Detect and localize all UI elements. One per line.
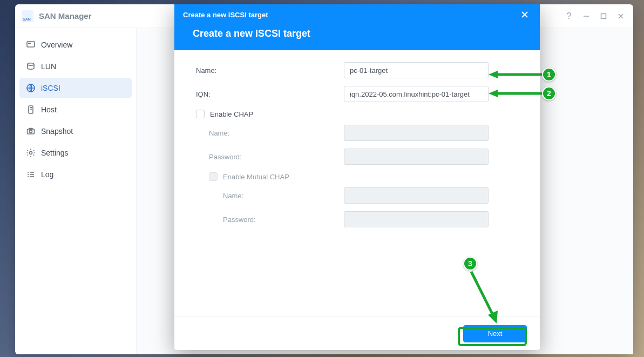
next-button[interactable]: Next [463,325,527,342]
window-controls: ? [564,11,626,21]
sidebar-item-label: Log [41,170,53,179]
sidebar-item-iscsi[interactable]: iSCSI [19,78,132,98]
dialog-topbar: Create a new iSCSI target [174,4,540,25]
chap-name-row: Name: [196,125,518,141]
chap-password-label: Password: [196,153,344,161]
dialog-title: Create a new iSCSI target [193,28,521,39]
close-button[interactable] [616,11,626,21]
iscsi-icon [26,83,36,93]
mutual-name-row: Name: [196,187,518,204]
enable-chap-row[interactable]: Enable CHAP [196,110,518,118]
svg-point-6 [28,63,34,65]
dialog-topbar-title: Create a new iSCSI target [183,11,268,19]
sidebar-item-label: LUN [41,62,56,71]
overview-icon [26,40,36,50]
host-icon [26,105,36,114]
maximize-button[interactable] [599,11,608,21]
settings-icon [26,148,36,158]
enable-mutual-chap-label: Enable Mutual CHAP [223,173,289,181]
sidebar-item-label: Host [41,105,57,114]
name-input[interactable] [344,62,489,78]
app-title: SAN Manager [39,11,92,21]
svg-point-12 [30,130,32,133]
enable-chap-label: Enable CHAP [210,110,253,118]
dialog-header: Create a new iSCSI target Create a new i… [174,4,540,50]
title-left: SAN Manager [22,10,92,22]
sidebar: Overview LUN iSCSI Host [15,28,137,354]
minimize-button[interactable] [581,11,591,21]
sidebar-item-host[interactable]: Host [19,99,132,120]
chap-password-row: Password: [196,149,518,165]
mutual-name-input [344,187,489,204]
sidebar-item-lun[interactable]: LUN [19,56,132,77]
dialog-title-row: Create a new iSCSI target [174,25,540,50]
svg-rect-4 [27,42,35,47]
sidebar-item-label: Snapshot [41,127,73,136]
enable-mutual-chap-checkbox [209,172,218,181]
svg-point-14 [30,152,32,154]
snapshot-icon [26,126,36,136]
app-icon [22,10,33,22]
dialog-close-button[interactable] [518,8,531,21]
sidebar-item-settings[interactable]: Settings [19,143,132,163]
svg-point-17 [28,174,29,175]
svg-rect-1 [601,14,606,18]
log-icon [26,170,36,179]
sidebar-item-snapshot[interactable]: Snapshot [19,121,132,142]
svg-rect-8 [29,106,33,113]
svg-rect-5 [28,43,31,44]
sidebar-item-label: Overview [41,41,72,49]
sidebar-item-label: iSCSI [41,84,60,92]
help-button[interactable]: ? [564,11,574,21]
name-label: Name: [196,66,344,75]
iqn-input[interactable] [344,86,489,102]
create-iscsi-target-dialog: Create a new iSCSI target Create a new i… [174,4,540,350]
chap-name-label: Name: [196,129,344,137]
dialog-body: Name: IQN: Enable CHAP Name: Password: E… [174,50,540,316]
sidebar-item-log[interactable]: Log [19,164,132,185]
chap-name-input [344,125,489,141]
chap-password-input [344,149,489,165]
enable-chap-checkbox[interactable] [196,110,205,118]
svg-point-19 [28,176,29,177]
enable-mutual-chap-row: Enable Mutual CHAP [196,172,518,181]
iqn-label: IQN: [196,90,344,98]
mutual-password-input [344,211,489,227]
sidebar-item-overview[interactable]: Overview [19,35,132,55]
sidebar-item-label: Settings [41,149,69,157]
svg-point-15 [28,172,29,173]
mutual-password-row: Password: [196,211,518,227]
mutual-name-label: Name: [196,192,344,200]
iqn-row: IQN: [196,86,518,102]
mutual-password-label: Password: [196,215,344,224]
name-row: Name: [196,62,518,78]
dialog-footer: Next [174,316,540,350]
lun-icon [26,62,36,71]
